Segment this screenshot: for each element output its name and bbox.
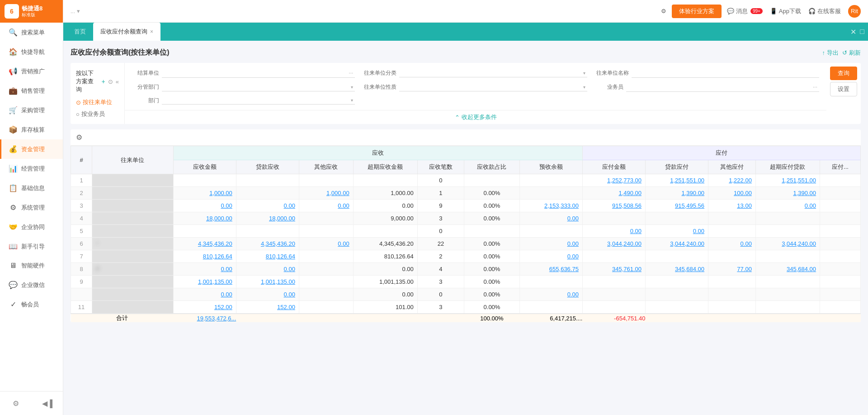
row-ap-amount[interactable] — [582, 301, 645, 314]
row-ar-amount[interactable]: 0.00 — [173, 288, 236, 301]
department-input[interactable]: ▾ — [162, 96, 355, 105]
row-ar-other[interactable]: 0.00 — [299, 200, 353, 212]
sidebar-item-hardware[interactable]: 🖥 智能硬件 — [0, 256, 63, 275]
row-ar-loan[interactable] — [236, 187, 299, 200]
row-ap-amount[interactable] — [582, 276, 645, 288]
table-settings-icon[interactable]: ⚙ — [76, 133, 82, 142]
row-ar-other[interactable] — [299, 174, 353, 187]
sidebar-item-operation[interactable]: 📊 经营管理 — [0, 159, 63, 178]
row-ap-amount[interactable] — [582, 212, 645, 225]
row-ap-loan[interactable]: 1,390.00 — [646, 187, 708, 200]
row-ap-loan[interactable]: 345,684.00 — [646, 263, 708, 276]
query-btn[interactable]: 查询 — [830, 67, 857, 80]
row-ar-amount[interactable] — [173, 225, 236, 238]
row-ar-loan[interactable]: 4,345,436.20 — [236, 238, 299, 250]
sidebar-item-wechat[interactable]: 💬 企业微信 — [0, 275, 63, 295]
row-ap-loan[interactable] — [646, 288, 708, 301]
filter-settings-icon[interactable]: ⊙ — [108, 78, 113, 85]
sidebar-item-purchase[interactable]: 🛒 采购管理 — [0, 100, 63, 120]
row-ap-amount[interactable]: 1,490.00 — [582, 187, 645, 200]
add-filter-btn[interactable]: + — [102, 78, 105, 85]
refresh-btn[interactable]: ↺ 刷新 — [842, 49, 861, 57]
row-ar-other[interactable] — [299, 301, 353, 314]
sidebar-item-sales[interactable]: 💼 销售管理 — [0, 81, 63, 100]
breadcrumb-dropdown[interactable]: ▾ — [77, 8, 80, 14]
row-ar-other[interactable] — [299, 263, 353, 276]
sidebar-item-collab[interactable]: 🤝 企业协同 — [0, 217, 63, 237]
row-ar-advance[interactable]: 655,636.75 — [519, 263, 582, 276]
row-ar-loan[interactable] — [236, 225, 299, 238]
dept-input[interactable]: ▾ — [162, 83, 355, 91]
tab-query[interactable]: 应收应付余额查询 × — [93, 23, 160, 41]
tab-close-btn[interactable]: × — [150, 29, 153, 35]
settings-btn[interactable]: 设置 — [830, 82, 857, 96]
row-ar-other[interactable] — [299, 250, 353, 263]
row-ar-loan[interactable] — [236, 174, 299, 187]
row-ar-amount[interactable]: 18,000.00 — [173, 212, 236, 225]
row-ap-loan[interactable] — [646, 276, 708, 288]
close-window-btn[interactable]: ✕ — [850, 28, 856, 36]
row-ar-other[interactable] — [299, 288, 353, 301]
promo-btn[interactable]: 体验行业方案 — [672, 5, 722, 18]
col-ar-overdue-header[interactable]: 超期应收金额 — [353, 160, 417, 174]
unit-name-input[interactable] — [632, 68, 819, 78]
sidebar-item-quick[interactable]: 🏠 快捷导航 — [0, 42, 63, 62]
sidebar-item-guide[interactable]: 📖 新手引导 — [0, 237, 63, 256]
row-ar-loan[interactable]: 0.00 — [236, 200, 299, 212]
row-ar-other[interactable]: 1,000.00 — [299, 187, 353, 200]
row-ap-overdue[interactable] — [755, 250, 820, 263]
row-ap-other[interactable]: 77.00 — [708, 263, 756, 276]
row-ar-amount[interactable]: 1,001,135.00 — [173, 276, 236, 288]
table-container[interactable]: # 往来单位 应收 应付 应收金额 贷款应收 其他应收 超期应收金额 应收笔数 — [71, 146, 861, 322]
row-ar-advance[interactable] — [519, 276, 582, 288]
settlement-unit-input[interactable]: ··· — [162, 68, 355, 78]
maximize-window-btn[interactable]: □ — [860, 28, 864, 36]
row-ap-amount[interactable] — [582, 250, 645, 263]
row-ap-other[interactable] — [708, 288, 756, 301]
row-ar-advance[interactable] — [519, 225, 582, 238]
row-ar-advance[interactable] — [519, 187, 582, 200]
sidebar-item-basic[interactable]: 📋 基础信息 — [0, 178, 63, 198]
col-ar-amount-header[interactable]: 应收金额 — [173, 160, 236, 174]
col-ar-ratio-header[interactable]: 应收款占比 — [464, 160, 520, 174]
row-ar-amount[interactable]: 0.00 — [173, 200, 236, 212]
row-ap-other[interactable] — [708, 276, 756, 288]
row-ap-overdue[interactable]: 0.00 — [755, 200, 820, 212]
row-ap-loan[interactable] — [646, 212, 708, 225]
col-ar-other-header[interactable]: 其他应收 — [299, 160, 353, 174]
row-ar-loan[interactable]: 0.00 — [236, 263, 299, 276]
row-ap-loan[interactable]: 3,044,240.00 — [646, 238, 708, 250]
row-ap-loan[interactable] — [646, 250, 708, 263]
col-ap-amount-header[interactable]: 应付金额 — [582, 160, 645, 174]
row-ap-other[interactable]: 100.00 — [708, 187, 756, 200]
row-ap-amount[interactable]: 1,252,773.00 — [582, 174, 645, 187]
col-ap-other-header[interactable]: 其他应付 — [708, 160, 756, 174]
row-ar-loan[interactable]: 810,126.64 — [236, 250, 299, 263]
row-ar-amount[interactable]: 152.00 — [173, 301, 236, 314]
row-ar-amount[interactable]: 0.00 — [173, 263, 236, 276]
row-ap-other[interactable] — [708, 301, 756, 314]
row-ar-amount[interactable]: 1,000.00 — [173, 187, 236, 200]
col-ap-overdue-header[interactable]: 超期应付贷款 — [755, 160, 820, 174]
col-ar-count-header[interactable]: 应收笔数 — [417, 160, 464, 174]
row-ap-overdue[interactable] — [755, 288, 820, 301]
scheme-item-unit[interactable]: ⊙ 按往来单位 — [72, 96, 123, 108]
row-ar-amount[interactable] — [173, 174, 236, 187]
row-ap-overdue[interactable] — [755, 225, 820, 238]
sidebar-settings-btn[interactable]: ⚙ — [8, 395, 24, 411]
row-ap-other[interactable] — [708, 225, 756, 238]
sidebar-item-finance[interactable]: 💰 资金管理 — [0, 139, 63, 159]
row-ar-loan[interactable]: 152.00 — [236, 301, 299, 314]
row-ap-other[interactable] — [708, 212, 756, 225]
row-ap-overdue[interactable] — [755, 276, 820, 288]
collapse-btn[interactable]: ⌃ 收起更多条件 — [125, 110, 826, 124]
row-ap-other[interactable]: 0.00 — [708, 238, 756, 250]
row-ar-advance[interactable]: 0.00 — [519, 250, 582, 263]
row-ap-amount[interactable]: 915,508.56 — [582, 200, 645, 212]
row-ar-advance[interactable] — [519, 301, 582, 314]
row-ap-amount[interactable]: 345,761.00 — [582, 263, 645, 276]
row-ap-overdue[interactable] — [755, 212, 820, 225]
total-ar-amount[interactable]: 19,553,472,6... — [173, 314, 236, 322]
row-ap-loan[interactable] — [646, 301, 708, 314]
row-ar-amount[interactable]: 4,345,436.20 — [173, 238, 236, 250]
